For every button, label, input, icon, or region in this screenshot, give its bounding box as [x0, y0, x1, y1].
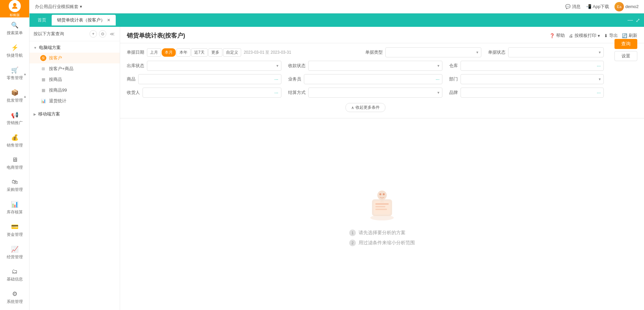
sidebar-label-purchase: 采购管理 [7, 187, 23, 193]
scheme-by-product99[interactable]: ▦ 按商品99 [30, 85, 120, 96]
sidebar-item-finance[interactable]: 💳 资金管理 [0, 219, 30, 242]
export-btn[interactable]: ⬇ 导出 [604, 33, 618, 39]
refresh-btn[interactable]: 🔄 刷新 [622, 33, 637, 39]
page-header-actions: ❓ 帮助 🖨 按模板打印 ▾ ⬇ 导出 🔄 刷新 [549, 33, 637, 39]
sidebar-item-basic[interactable]: 🗂 基础信息 [0, 264, 30, 286]
settlement-label: 结算方式 [288, 90, 306, 96]
mobile-group-toggle[interactable]: ▶ 移动端方案 [30, 109, 120, 119]
system-icon: ⚙ [12, 290, 17, 298]
date-this-month-btn[interactable]: 本月 [162, 48, 176, 57]
date-shortcuts: 上月 本月 本年 近7天 更多 自定义 [147, 48, 241, 57]
filter-settings-btn[interactable]: 设置 [614, 51, 637, 61]
doctype-select[interactable]: ▾ [385, 47, 481, 57]
sidebar-item-system[interactable]: ⚙ 系统管理 [0, 286, 30, 309]
tab-home[interactable]: 首页 [32, 15, 52, 25]
sidebar-item-purchase[interactable]: 🛍 采购管理 [0, 174, 30, 197]
filter-doctype-item: 单据类型 ▾ [365, 47, 481, 57]
doctype-arrow: ▾ [476, 50, 478, 55]
sidebar-item-search[interactable]: 🔍 搜索菜单 [0, 17, 30, 40]
by-customer-product-label: 按客户+商品 [49, 66, 73, 72]
print-btn[interactable]: 🖨 按模板打印 ▾ [569, 33, 600, 39]
date-this-year-btn[interactable]: 本年 [176, 48, 191, 57]
sidebar-label-basic: 基础信息 [7, 276, 23, 282]
search-icon: 🔍 [11, 21, 18, 29]
paymentstatus-arrow: ▾ [437, 63, 439, 68]
print-icon: 🖨 [569, 33, 573, 38]
add-scheme-btn[interactable]: + [90, 30, 97, 38]
scheme-by-customer[interactable]: 按 按客户 [30, 53, 120, 63]
product-select[interactable]: ··· [138, 74, 281, 84]
tab-sales-stat[interactable]: 销货单统计表（按客户） ✕ [52, 15, 116, 25]
filter-area: 单据日期 上月 本月 本年 近7天 更多 自定义 20 [120, 43, 644, 118]
date-last-month-btn[interactable]: 上月 [147, 48, 161, 57]
date-control: 上月 本月 本年 近7天 更多 自定义 2023-03-01 至 2023-03… [147, 47, 291, 57]
help-btn[interactable]: ❓ 帮助 [549, 33, 565, 39]
sidebar-label-sales: 销售管理 [7, 143, 23, 148]
collapse-panel-btn[interactable]: ≪ [108, 30, 116, 38]
sidebar-item-marketing[interactable]: 📢 营销推广 [0, 107, 30, 130]
filter-department-item: 部门 ▾ [449, 74, 604, 84]
empty-state: 1 请先选择要分析的方案 2 用过滤条件来缩小分析范围 [120, 118, 644, 310]
print-label: 按模板打印 [575, 33, 596, 39]
sidebar-item-wholesale[interactable]: 📦 批发管理 ▲ [0, 85, 30, 107]
app-download-label: App下载 [593, 4, 609, 10]
sidebar-item-operations[interactable]: 📈 经营管理 [0, 242, 30, 264]
filter-receiver-item: 收货人 ··· [127, 88, 281, 98]
tip-text-1: 请先选择要分析的方案 [359, 230, 406, 236]
outstatus-select[interactable]: ▾ [147, 61, 281, 71]
scheme-return-stat[interactable]: 📊 退货统计 [30, 96, 120, 106]
app-download-btn[interactable]: 📲 App下载 [586, 4, 609, 10]
date-label: 单据日期 [127, 49, 144, 55]
sidebar-item-quicknav[interactable]: ⚡ 快捷导航 [0, 40, 30, 62]
scheme-by-customer-product[interactable]: ⊞ 按客户+商品 [30, 63, 120, 74]
filter-paymentstatus-item: 收款状态 ▾ [288, 61, 443, 71]
doctype-label: 单据类型 [365, 49, 383, 55]
help-icon: ❓ [549, 33, 555, 38]
scheme-by-product[interactable]: ▦ 按商品 [30, 74, 120, 85]
collapse-arrow-icon: ∧ [351, 105, 354, 110]
brand-select[interactable]: ··· [461, 88, 604, 98]
paymentstatus-select[interactable]: ▾ [308, 61, 443, 71]
collapse-btn[interactable]: ∧ 收起更多条件 [345, 103, 385, 112]
export-icon: ⬇ [604, 33, 608, 38]
user-menu[interactable]: Ea demo2 [614, 2, 639, 11]
date-custom-btn[interactable]: 自定义 [223, 48, 241, 57]
print-arrow: ▾ [598, 33, 600, 38]
sidebar-item-sales[interactable]: 💰 销售管理 [0, 130, 30, 152]
minimize-btn[interactable]: — [628, 17, 633, 23]
sidebar-item-enterprise[interactable]: 🤝 企业协同 [0, 309, 30, 310]
tab-close-btn[interactable]: ✕ [107, 18, 110, 22]
product-dots: ··· [274, 76, 278, 82]
docstatus-arrow: ▾ [599, 50, 601, 55]
message-btn[interactable]: 💬 消息 [565, 4, 581, 10]
date-more-btn[interactable]: 更多 [208, 48, 222, 57]
sidebar-item-ecommerce[interactable]: 🖥 电商管理 [0, 152, 30, 174]
department-select[interactable]: ▾ [461, 74, 604, 84]
industry-selector[interactable]: 办公用品行业模拟账套 ▾ [35, 4, 82, 10]
industry-dropdown-icon: ▾ [80, 4, 82, 9]
receiver-select[interactable]: ··· [143, 88, 281, 98]
collapse-label: 收起更多条件 [356, 105, 380, 110]
sales-icon: 💰 [11, 134, 18, 141]
sidebar-label-quicknav: 快捷导航 [7, 53, 23, 58]
maximize-btn[interactable]: ⤢ [636, 17, 640, 23]
sidebar-item-inventory[interactable]: 📊 库存核算 [0, 197, 30, 219]
home-tab-label: 首页 [38, 17, 46, 23]
docstatus-select[interactable]: ▾ [508, 47, 604, 57]
warehouse-select[interactable]: ··· [461, 61, 604, 71]
sidebar-item-retail[interactable]: 🛒 零售管理 ▲ [0, 62, 30, 85]
query-btn[interactable]: 查询 [614, 39, 637, 49]
settlement-select[interactable]: ▾ [308, 88, 443, 98]
settings-scheme-btn[interactable]: ⊙ [99, 30, 106, 38]
filter-date-item: 单据日期 上月 本月 本年 近7天 更多 自定义 20 [127, 47, 359, 57]
left-panel-actions: + ⊙ ≪ [90, 30, 116, 38]
quicknav-icon: ⚡ [11, 44, 18, 51]
svg-rect-6 [375, 209, 387, 210]
wholesale-icon: 📦 [11, 89, 18, 96]
pc-group-toggle[interactable]: ▼ 电脑端方案 [30, 43, 120, 53]
app-logo[interactable]: 标账版 [0, 0, 30, 17]
sidebar-label-ecommerce: 电商管理 [7, 165, 23, 170]
empty-tips: 1 请先选择要分析的方案 2 用过滤条件来缩小分析范围 [349, 229, 415, 246]
salesperson-select[interactable]: ··· [304, 74, 443, 84]
date-last7-btn[interactable]: 近7天 [191, 48, 208, 57]
